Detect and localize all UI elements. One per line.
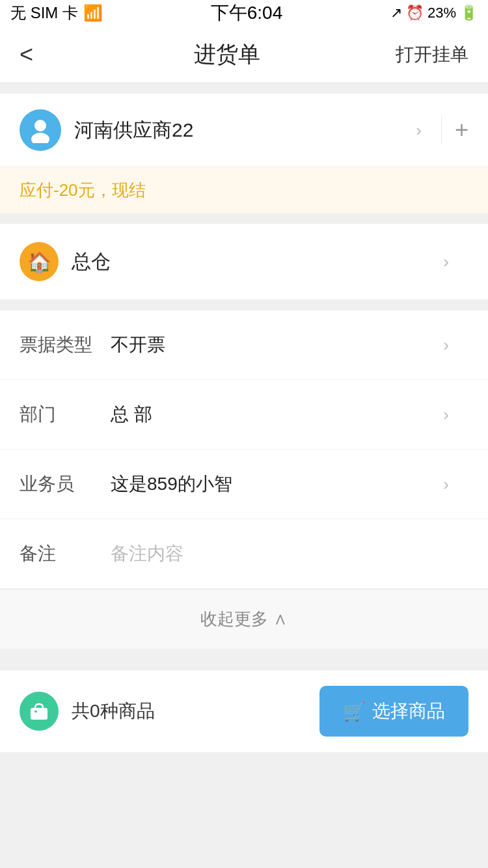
salesperson-chevron-icon: › [443, 474, 449, 495]
svg-point-1 [31, 133, 49, 143]
warning-banner: 应付-20元，现结 [0, 167, 488, 213]
location-icon: ↗ [390, 5, 402, 21]
invoice-type-chevron-icon: › [443, 335, 449, 355]
bottom-bar: 共0种商品 🛒 选择商品 [0, 670, 488, 752]
open-pending-button[interactable]: 打开挂单 [396, 42, 468, 67]
separator-3 [0, 300, 488, 310]
supplier-chevron-icon: › [416, 120, 422, 141]
warehouse-name: 总仓 [72, 249, 443, 275]
warehouse-chevron-icon: › [443, 252, 449, 272]
back-button[interactable]: < [20, 41, 59, 68]
remark-input[interactable]: 备注内容 [111, 541, 468, 566]
invoice-type-label: 票据类型 [20, 332, 111, 357]
separator-2 [0, 213, 488, 224]
warehouse-card: 🏠 总仓 › [0, 224, 488, 300]
status-time: 下午6:04 [211, 1, 283, 25]
separator-top [0, 83, 488, 94]
nav-bar: < 进货单 打开挂单 [0, 26, 488, 83]
carrier-text: 无 SIM 卡 [10, 3, 78, 23]
product-icon [20, 692, 59, 731]
form-card: 票据类型 不开票 › 部门 总 部 › 业务员 这是859的小智 › 备注 备注… [0, 310, 488, 649]
page-title: 进货单 [194, 40, 260, 70]
invoice-type-value: 不开票 [111, 332, 443, 357]
salesperson-label: 业务员 [20, 472, 111, 496]
department-row[interactable]: 部门 总 部 › [0, 380, 488, 450]
battery-text: 23% [427, 5, 456, 21]
wifi-icon: 📶 [83, 4, 103, 22]
svg-rect-2 [31, 708, 47, 720]
select-product-button[interactable]: 🛒 选择商品 [319, 686, 468, 737]
battery-icon: 🔋 [460, 5, 478, 21]
department-chevron-icon: › [443, 405, 449, 425]
add-supplier-button[interactable]: + [441, 116, 468, 144]
supplier-name: 河南供应商22 [74, 117, 416, 144]
svg-rect-3 [34, 711, 37, 712]
select-product-icon: 🛒 [343, 701, 366, 722]
department-value: 总 部 [111, 402, 443, 427]
status-left: 无 SIM 卡 📶 [10, 3, 103, 23]
svg-point-0 [34, 120, 46, 131]
supplier-row[interactable]: 河南供应商22 › + [0, 94, 488, 167]
invoice-type-row[interactable]: 票据类型 不开票 › [0, 310, 488, 380]
product-count: 共0种商品 [72, 699, 319, 724]
warehouse-icon: 🏠 [20, 242, 59, 281]
warehouse-row[interactable]: 🏠 总仓 › [0, 224, 488, 300]
avatar-person-icon [27, 117, 53, 143]
remark-row[interactable]: 备注 备注内容 [0, 519, 488, 589]
select-product-label: 选择商品 [372, 699, 445, 724]
supplier-avatar [20, 109, 61, 151]
collapse-label: 收起更多 ∧ [200, 608, 287, 631]
main-content: 河南供应商22 › + 应付-20元，现结 🏠 总仓 › 票据类型 不开票 › … [0, 83, 488, 868]
shopping-bag-icon [28, 700, 50, 722]
status-right: ↗ ⏰ 23% 🔋 [390, 5, 478, 21]
alarm-icon: ⏰ [406, 5, 424, 21]
remark-label: 备注 [20, 541, 111, 566]
department-label: 部门 [20, 402, 111, 427]
separator-4 [0, 649, 488, 659]
supplier-card: 河南供应商22 › + 应付-20元，现结 [0, 94, 488, 213]
salesperson-value: 这是859的小智 [111, 472, 443, 496]
collapse-row[interactable]: 收起更多 ∧ [0, 589, 488, 649]
status-bar: 无 SIM 卡 📶 下午6:04 ↗ ⏰ 23% 🔋 [0, 0, 488, 26]
salesperson-row[interactable]: 业务员 这是859的小智 › [0, 450, 488, 519]
